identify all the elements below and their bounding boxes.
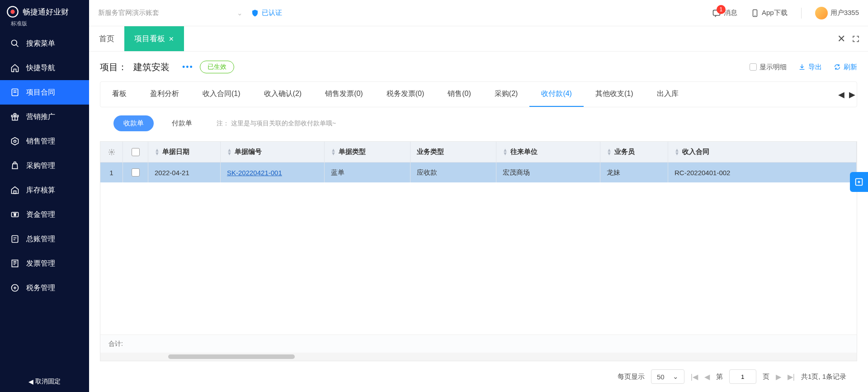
pill-row: 收款单 付款单 注： 这里是与项目关联的全部收付款单哦~ (100, 107, 857, 139)
prev-page-button[interactable]: ◀ (704, 373, 710, 381)
subtab-receipt-payment[interactable]: 收付款(4) (529, 82, 584, 107)
subtabs-container: 看板 盈利分析 收入合同(1) 收入确认(2) 销售发票(0) 税务发票(0) … (100, 81, 857, 107)
td-checkbox[interactable] (123, 163, 148, 182)
tab-project-board[interactable]: 项目看板 ✕ (124, 26, 184, 51)
th-date[interactable]: ▲▼单据日期 (148, 142, 221, 162)
page-label-pre: 第 (716, 373, 723, 381)
sidebar-item-marketing[interactable]: 营销推广 (0, 105, 89, 129)
account-selector[interactable]: 新服务官网演示账套 ⌄ (98, 9, 243, 17)
svg-line-3 (16, 45, 19, 47)
per-page-select[interactable]: 50 ⌄ (651, 369, 684, 384)
status-badge: 已生效 (200, 61, 234, 73)
th-settings[interactable] (100, 142, 123, 162)
subtab-tax-invoice[interactable]: 税务发票(0) (375, 82, 436, 107)
td-no: SK-20220421-001 (221, 163, 325, 182)
close-all-tabs-button[interactable]: ✕ (837, 33, 845, 45)
subtab-board[interactable]: 看板 (100, 82, 138, 107)
doc-link[interactable]: SK-20220421-001 (227, 169, 282, 177)
avatar (815, 7, 828, 19)
td-contract: RC-20220401-002 (668, 163, 857, 182)
th-emp[interactable]: ▲▼业务员 (600, 142, 668, 162)
refresh-button[interactable]: 刷新 (834, 63, 857, 72)
payment-pill[interactable]: 付款单 (162, 115, 202, 131)
sidebar-item-project-contract[interactable]: 项目合同 (0, 80, 89, 105)
sidebar-item-ledger[interactable]: 总账管理 (0, 227, 89, 251)
horizontal-scrollbar[interactable] (100, 353, 857, 361)
show-detail-toggle[interactable]: 显示明细 (750, 63, 787, 72)
sales-icon (10, 136, 20, 146)
verified-badge: 已认证 (251, 9, 282, 17)
th-biz[interactable]: 业务类型 (410, 142, 496, 162)
first-page-button[interactable]: |◀ (691, 373, 698, 381)
search-icon (10, 38, 20, 48)
float-action-button[interactable] (850, 172, 868, 192)
sidebar-item-purchase[interactable]: 采购管理 (0, 153, 89, 178)
verified-text: 已认证 (262, 9, 282, 17)
subtab-other[interactable]: 其他收支(1) (584, 82, 645, 107)
sidebar-unpin-button[interactable]: ◀ 取消固定 (0, 371, 89, 392)
money-icon: ¥ (10, 210, 20, 220)
th-unit-label: 往来单位 (510, 148, 538, 156)
subtab-sales[interactable]: 销售(0) (436, 82, 483, 107)
refresh-icon (834, 63, 841, 71)
sidebar-item-finance[interactable]: ¥ 资金管理 (0, 202, 89, 227)
edit-icon (854, 177, 864, 187)
user-name: 用户3355 (830, 9, 859, 17)
th-checkbox[interactable] (123, 142, 148, 162)
th-contract[interactable]: ▲▼收入合同 (668, 142, 857, 162)
export-button[interactable]: 导出 (798, 63, 822, 72)
messages-button[interactable]: 1 消息 (712, 9, 737, 18)
sidebar-item-quicknav[interactable]: 快捷导航 (0, 56, 89, 80)
note-text: 这里是与项目关联的全部收付款单哦~ (231, 120, 336, 127)
project-label: 项目： (100, 61, 127, 73)
subtab-sales-invoice[interactable]: 销售发票(0) (313, 82, 375, 107)
sidebar-item-invoice[interactable]: 发票管理 (0, 251, 89, 276)
sort-icon: ▲▼ (227, 148, 232, 155)
contract-icon (10, 87, 20, 97)
subtab-income-contract[interactable]: 收入合同(1) (191, 82, 252, 107)
svg-text:¥: ¥ (14, 212, 16, 217)
subtabs-prev-button[interactable]: ◀ (838, 90, 844, 100)
sidebar-item-search[interactable]: 搜索菜单 (0, 31, 89, 56)
th-type[interactable]: ▲▼单据类型 (325, 142, 410, 162)
project-header: 项目： 建筑安装 ••• 已生效 显示明细 导出 刷新 (100, 61, 857, 73)
next-page-button[interactable]: ▶ (776, 373, 781, 381)
sidebar-item-label: 税务管理 (26, 283, 55, 293)
page-input[interactable] (729, 369, 756, 384)
td-idx: 1 (100, 163, 123, 182)
total-row: 合计: (100, 335, 857, 353)
user-menu[interactable]: 用户3355 (815, 7, 859, 19)
sidebar-item-tax[interactable]: 税务管理 (0, 276, 89, 300)
sidebar-item-inventory[interactable]: 库存核算 (0, 178, 89, 202)
subtab-inout[interactable]: 出入库 (645, 82, 690, 107)
tab-home[interactable]: 首页 (89, 26, 124, 51)
sidebar-item-sales[interactable]: 销售管理 (0, 129, 89, 153)
subtab-profit[interactable]: 盈利分析 (138, 82, 191, 107)
export-icon (798, 63, 806, 71)
subtab-purchase[interactable]: 采购(2) (483, 82, 530, 107)
last-page-button[interactable]: ▶| (788, 373, 795, 381)
table-row[interactable]: 1 2022-04-21 SK-20220421-001 蓝单 应收款 宏茂商场… (100, 163, 857, 182)
brand-name: 畅捷通好业财 (23, 7, 69, 17)
export-label: 导出 (808, 63, 822, 72)
sidebar-item-label: 总账管理 (26, 234, 55, 244)
fullscreen-button[interactable] (852, 35, 860, 43)
shield-icon (251, 9, 259, 17)
scrollbar-thumb[interactable] (168, 354, 295, 359)
subtab-income-confirm[interactable]: 收入确认(2) (252, 82, 314, 107)
sidebar-item-label: 资金管理 (26, 210, 55, 220)
subtabs-next-button[interactable]: ▶ (849, 90, 855, 100)
sidebar-unpin-label: 取消固定 (35, 378, 61, 386)
checkbox-icon (132, 148, 140, 156)
home-icon (10, 63, 20, 73)
th-no[interactable]: ▲▼单据编号 (221, 142, 325, 162)
th-unit[interactable]: ▲▼往来单位 (496, 142, 600, 162)
collapse-icon: ◀ (28, 378, 33, 385)
receipt-pill[interactable]: 收款单 (113, 115, 154, 131)
close-tab-icon[interactable]: ✕ (169, 35, 174, 43)
per-page-value: 50 (657, 373, 665, 381)
app-download-button[interactable]: App下载 (751, 9, 788, 18)
table: ▲▼单据日期 ▲▼单据编号 ▲▼单据类型 业务类型 ▲▼往来单位 ▲▼业务员 ▲… (100, 141, 857, 361)
more-button[interactable]: ••• (182, 62, 193, 72)
sidebar-item-label: 销售管理 (26, 137, 55, 146)
